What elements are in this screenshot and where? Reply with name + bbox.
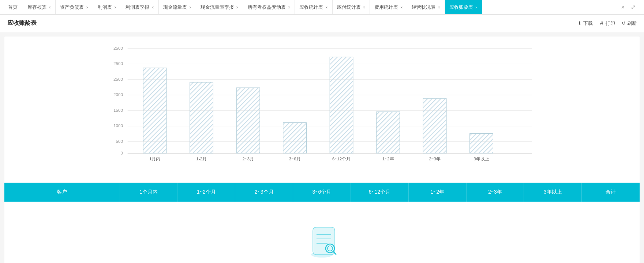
close-window-btn[interactable]: × xyxy=(619,4,626,11)
page-header: 应收账龄表 ⬇ 下载 🖨 打印 ↺ 刷新 xyxy=(0,15,644,32)
svg-text:2~3月: 2~3月 xyxy=(242,156,254,161)
svg-text:6~12个月: 6~12个月 xyxy=(332,156,351,161)
tab-ap-stats[interactable]: 应付统计表× xyxy=(333,0,370,15)
tab-bar: 首页 库存核算×资产负债表×利润表×利润表季报×现金流量表×现金流量表季报×所有… xyxy=(0,0,644,15)
tab-close-cashflow[interactable]: × xyxy=(189,5,191,9)
svg-text:2500: 2500 xyxy=(113,77,123,81)
refresh-label: 刷新 xyxy=(627,20,637,27)
chart-area: 2500 2500 2500 2000 1500 1000 500 0 xyxy=(4,37,640,183)
window-controls: × ⤢ xyxy=(615,4,641,11)
tab-close-balance-sheet[interactable]: × xyxy=(86,5,88,9)
th-1: 1个月内 xyxy=(120,183,178,202)
tab-operations[interactable]: 经营状况表× xyxy=(407,0,445,15)
svg-point-31 xyxy=(327,246,333,251)
tab-profit-quarterly[interactable]: 利润表季报× xyxy=(121,0,158,15)
bar-3-6月 xyxy=(283,123,307,153)
tab-ar-stats[interactable]: 应收统计表× xyxy=(295,0,332,15)
tab-home-label: 首页 xyxy=(8,4,18,11)
th-3: 2~3个月 xyxy=(235,183,293,202)
tab-close-ap-stats[interactable]: × xyxy=(363,5,365,9)
bar-chart: 2500 2500 2500 2000 1500 1000 500 0 xyxy=(19,44,625,168)
tab-expense-stats[interactable]: 费用统计表× xyxy=(370,0,407,15)
tab-cashflow-quarterly[interactable]: 现金流量表季报× xyxy=(196,0,243,15)
svg-text:2500: 2500 xyxy=(113,61,123,66)
tab-label-balance-sheet: 资产负债表 xyxy=(60,4,84,11)
tab-balance-sheet[interactable]: 资产负债表× xyxy=(56,0,93,15)
svg-text:1-2月: 1-2月 xyxy=(196,156,207,161)
refresh-icon: ↺ xyxy=(622,20,626,26)
empty-icon xyxy=(304,224,340,260)
tab-close-cashflow-quarterly[interactable]: × xyxy=(236,5,238,9)
tab-close-expense-stats[interactable]: × xyxy=(400,5,402,9)
main-content: 2500 2500 2500 2000 1500 1000 500 0 xyxy=(4,37,640,263)
tab-cashflow[interactable]: 现金流量表× xyxy=(159,0,196,15)
tab-label-profit: 利润表 xyxy=(98,4,112,11)
bar-2-3年 xyxy=(423,99,446,153)
bar-1月内 xyxy=(143,68,166,153)
download-icon: ⬇ xyxy=(578,20,582,26)
tab-close-ar-stats[interactable]: × xyxy=(325,5,327,9)
tab-label-ar-aging: 应收账龄表 xyxy=(449,4,473,11)
tab-close-operations[interactable]: × xyxy=(438,5,440,9)
download-btn[interactable]: ⬇ 下载 xyxy=(578,20,593,27)
empty-state xyxy=(4,202,640,263)
tab-label-expense-stats: 费用统计表 xyxy=(374,4,398,11)
tab-label-cashflow-quarterly: 现金流量表季报 xyxy=(201,4,234,11)
tab-close-profit-quarterly[interactable]: × xyxy=(151,5,154,9)
tab-profit[interactable]: 利润表× xyxy=(93,0,121,15)
svg-text:2000: 2000 xyxy=(113,92,123,97)
tab-label-cashflow: 现金流量表 xyxy=(163,4,187,11)
table-header: 客户1个月内1~2个月2~3个月3~6个月6~12个月1~2年2~3年3年以上合… xyxy=(4,183,640,202)
print-icon: 🖨 xyxy=(599,20,604,26)
tab-equity[interactable]: 所有者权益变动表× xyxy=(243,0,295,15)
th-6: 1~2年 xyxy=(409,183,467,202)
maximize-window-btn[interactable]: ⤢ xyxy=(629,4,637,11)
svg-text:1500: 1500 xyxy=(113,108,123,113)
chart-container: 2500 2500 2500 2000 1500 1000 500 0 xyxy=(19,44,625,168)
bar-1-2月 xyxy=(190,82,213,153)
svg-text:3年以上: 3年以上 xyxy=(473,156,489,161)
bar-6-12个月 xyxy=(330,57,353,153)
tab-ar-aging[interactable]: 应收账龄表× xyxy=(445,0,482,15)
header-actions: ⬇ 下载 🖨 打印 ↺ 刷新 xyxy=(578,20,637,27)
page-title: 应收账龄表 xyxy=(7,19,37,27)
tab-close-profit[interactable]: × xyxy=(114,5,116,9)
tab-label-ap-stats: 应付统计表 xyxy=(337,4,361,11)
empty-illustration xyxy=(304,224,340,260)
bar-1-2年 xyxy=(377,112,400,153)
th-0: 客户 xyxy=(4,183,120,202)
svg-text:1000: 1000 xyxy=(113,123,123,128)
refresh-btn[interactable]: ↺ 刷新 xyxy=(622,20,637,27)
th-5: 6~12个月 xyxy=(351,183,409,202)
svg-text:2~3年: 2~3年 xyxy=(429,156,441,161)
svg-text:1~2年: 1~2年 xyxy=(382,156,394,161)
th-2: 1~2个月 xyxy=(177,183,235,202)
tab-close-equity[interactable]: × xyxy=(288,5,290,9)
print-btn[interactable]: 🖨 打印 xyxy=(599,20,615,27)
tab-close-inventory[interactable]: × xyxy=(49,5,51,9)
svg-text:3~6月: 3~6月 xyxy=(289,156,301,161)
tab-inventory[interactable]: 库存核算× xyxy=(23,0,56,15)
th-8: 3年以上 xyxy=(524,183,582,202)
tab-label-inventory: 库存核算 xyxy=(27,4,46,11)
print-label: 打印 xyxy=(606,20,615,27)
svg-text:2500: 2500 xyxy=(113,46,123,50)
download-label: 下载 xyxy=(583,20,593,27)
tab-label-operations: 经营状况表 xyxy=(412,4,435,11)
svg-text:1月内: 1月内 xyxy=(149,156,161,161)
tab-label-ar-stats: 应收统计表 xyxy=(299,4,323,11)
th-9: 合计 xyxy=(582,183,640,202)
th-7: 2~3年 xyxy=(467,183,524,202)
tab-close-ar-aging[interactable]: × xyxy=(475,5,478,9)
tab-home[interactable]: 首页 xyxy=(3,0,23,15)
bar-3年以上 xyxy=(470,133,493,153)
th-4: 3~6个月 xyxy=(293,183,351,202)
svg-text:0: 0 xyxy=(121,150,123,155)
svg-text:500: 500 xyxy=(116,139,123,144)
tab-label-profit-quarterly: 利润表季报 xyxy=(126,4,149,11)
bar-2-3月 xyxy=(236,88,260,153)
tab-label-equity: 所有者权益变动表 xyxy=(248,4,286,11)
